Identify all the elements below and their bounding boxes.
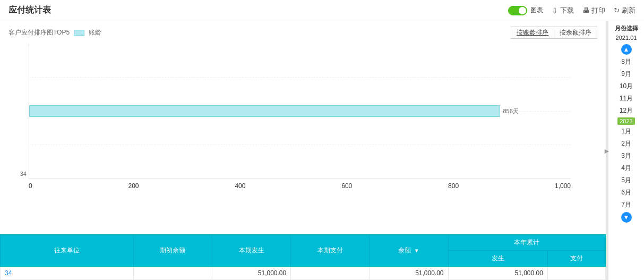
x-tick: 600 [341,182,352,190]
month-item-5[interactable]: 5月 [608,174,644,186]
x-tick: 1,000 [555,182,571,190]
panel-divider[interactable]: ► [606,21,608,280]
cell-year-occur: 51,000.00 [448,267,547,280]
chart-grid: 856天 [29,43,571,179]
y-label: 34 [20,171,27,177]
grid-line [29,145,571,145]
refresh-button[interactable]: ↻ 刷新 [614,6,636,15]
month-item-8[interactable]: 8月 [608,56,644,68]
year-badge[interactable]: 2023 [617,117,634,125]
filter-icon[interactable]: ▼ [414,248,419,253]
chart-plot: 856天 0 200 400 600 800 1,000 [29,43,597,192]
month-item-6[interactable]: 6月 [608,186,644,199]
legend-box [74,30,84,36]
x-tick: 0 [29,182,32,190]
legend-label: 账龄 [89,28,101,37]
month-panel-title: 月份选择 [615,24,638,32]
month-item-1[interactable]: 1月 [608,125,644,138]
month-item-3[interactable]: 3月 [608,150,644,162]
download-icon: ⇩ [552,6,558,15]
download-button[interactable]: ⇩ 下载 [552,6,574,15]
col-header-balance: 余额 ▼ [370,235,448,267]
chart-bar [29,105,500,117]
x-axis: 0 200 400 600 800 1,000 [29,180,571,192]
col-header-year-pay: 支付 [547,251,605,267]
month-item-10[interactable]: 10月 [608,80,644,92]
chart-toggle-label: 图表 [530,6,543,15]
chart-body: 34 856天 [8,43,597,192]
sort-by-age-button[interactable]: 按账龄排序 [511,27,554,39]
x-tick: 200 [128,182,139,190]
chart-legend: 客户应付排序图TOP5 账龄 [8,28,101,37]
y-axis: 34 [8,43,29,192]
x-tick: 400 [235,182,245,190]
month-item-9[interactable]: 9月 [608,68,644,80]
print-label: 打印 [591,6,605,15]
cell-qc-balance [133,267,212,280]
unit-link[interactable]: 34 [5,269,12,277]
divider-arrow-icon: ► [603,147,611,155]
refresh-label: 刷新 [622,6,636,15]
col-header-current-pay: 本期支付 [291,235,370,267]
col-header-unit: 往来单位 [1,235,134,267]
refresh-icon: ↻ [614,6,620,14]
print-button[interactable]: 🖶 打印 [582,6,605,15]
chart-header: 客户应付排序图TOP5 账龄 按账龄排序 按余额排序 [8,27,597,39]
month-down-button[interactable]: ▼ [621,212,632,223]
col-header-current-occur: 本期发生 [212,235,290,267]
col-header-qc: 期初余额 [133,235,212,267]
cell-current-pay [291,267,370,280]
grid-line [29,77,571,78]
month-item-12[interactable]: 12月 [608,105,644,117]
table-row: 34 51,000.00 51,000.00 51,000.00 [1,267,606,280]
month-panel-year: 2021.01 [616,35,637,41]
chart-section: 客户应付排序图TOP5 账龄 按账龄排序 按余额排序 34 [0,21,606,234]
month-item-4[interactable]: 4月 [608,162,644,174]
table-section: 往来单位 期初余额 本期发生 本期支付 余额 ▼ 本年累计 发生 [0,234,606,280]
month-up-button[interactable]: ▲ [621,44,632,55]
page-title: 应付统计表 [8,5,51,16]
chart-top-label: 客户应付排序图TOP5 [8,28,70,37]
col-header-year-total: 本年累计 [448,235,605,251]
month-item-11[interactable]: 11月 [608,92,644,105]
header-actions: 图表 ⇩ 下载 🖶 打印 ↻ 刷新 [508,6,636,15]
table-header-row-1: 往来单位 期初余额 本期发生 本期支付 余额 ▼ 本年累计 [1,235,606,251]
cell-year-pay [547,267,605,280]
chart-toggle[interactable]: 图表 [508,6,543,15]
toggle-switch[interactable] [508,6,527,15]
cell-balance: 51,000.00 [370,267,448,280]
cell-unit: 34 [1,267,134,280]
sort-buttons: 按账龄排序 按余额排序 [511,27,597,39]
month-panel: 月份选择 2021.01 ▲ 8月 9月 10月 11月 12月 2023 1月… [608,21,644,280]
month-item-7[interactable]: 7月 [608,199,644,211]
print-icon: 🖶 [582,6,589,14]
bar-value-label: 856天 [503,107,519,115]
download-label: 下载 [560,6,574,15]
x-tick: 800 [448,182,459,190]
month-item-2[interactable]: 2月 [608,138,644,150]
data-table: 往来单位 期初余额 本期发生 本期支付 余额 ▼ 本年累计 发生 [0,234,606,280]
sort-by-balance-button[interactable]: 按余额排序 [554,27,597,39]
col-header-year-occur: 发生 [448,251,547,267]
cell-current-occur: 51,000.00 [212,267,290,280]
